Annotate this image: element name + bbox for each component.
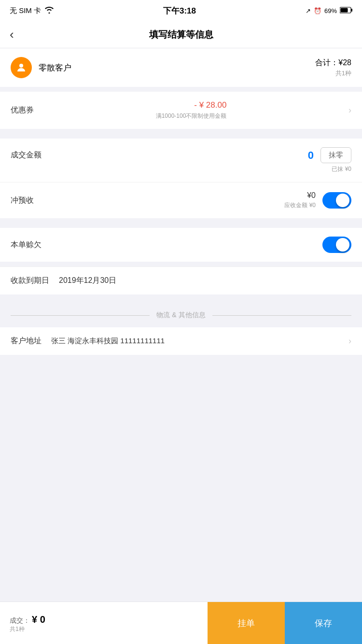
wifi-icon (45, 7, 54, 15)
prepay-right: ¥0 应收金额 ¥0 (284, 191, 351, 210)
deal-row: 成交金额 0 抹零 (11, 147, 351, 163)
divider-line-right (212, 315, 351, 316)
customer-row: 零散客户 合计：¥28 共1种 (0, 48, 362, 87)
section-divider-1 (0, 134, 362, 139)
credit-section: 本单赊欠 (0, 228, 362, 262)
credit-toggle-knob (336, 238, 349, 252)
prepay-label: 冲预收 (11, 196, 34, 206)
bottom-count: 共1种 (10, 625, 198, 633)
hang-button[interactable]: 挂单 (208, 602, 285, 644)
prepay-amount: ¥0 (284, 191, 316, 200)
section-divider-2 (0, 223, 362, 228)
due-label: 收款到期日 (11, 276, 49, 286)
divider-line-left (11, 315, 150, 316)
deal-label: 成交金额 (11, 150, 42, 160)
deal-right: 0 抹零 (308, 147, 351, 163)
svg-rect-2 (340, 8, 348, 12)
coupon-discount: - ¥ 28.00 (156, 100, 227, 110)
toggle-knob (336, 194, 349, 207)
svg-rect-1 (351, 9, 352, 12)
prepay-sub: 应收金额 ¥0 (284, 201, 316, 210)
status-right: ↗ ⏰ 69% (306, 7, 352, 15)
deal-amount: 0 (308, 149, 314, 162)
coupon-section[interactable]: 优惠券 - ¥ 28.00 满1000-100不限制使用金额 › (0, 92, 362, 129)
customer-name: 零散客户 (39, 62, 71, 73)
sim-indicator: 无 SIM 卡 (10, 6, 41, 15)
status-left: 无 SIM 卡 (10, 6, 54, 15)
customer-summary: 合计：¥28 共1种 (315, 58, 351, 78)
round-button[interactable]: 抹零 (320, 147, 351, 163)
address-value: 张三 海淀永丰科技园 11111111111 (51, 336, 348, 346)
location-icon: ↗ (306, 7, 311, 14)
status-bar: 无 SIM 卡 下午3:18 ↗ ⏰ 69% (0, 0, 362, 21)
address-section[interactable]: 客户地址 张三 海淀永丰科技园 11111111111 › (0, 327, 362, 355)
summary-total: 合计：¥28 (315, 58, 351, 68)
address-label: 客户地址 (11, 336, 42, 346)
battery-percent: 69% (324, 7, 337, 14)
page-title: 填写结算等信息 (149, 28, 213, 41)
nav-bar: ‹ 填写结算等信息 (0, 21, 362, 48)
address-chevron-icon: › (348, 336, 351, 346)
svg-point-3 (19, 64, 23, 68)
avatar (11, 57, 32, 78)
deal-sub: 已抹 ¥0 (11, 165, 351, 173)
alarm-icon: ⏰ (314, 7, 321, 14)
status-time: 下午3:18 (163, 5, 196, 16)
due-section: 收款到期日 2019年12月30日 (0, 266, 362, 294)
prepay-values: ¥0 应收金额 ¥0 (284, 191, 316, 210)
save-button[interactable]: 保存 (285, 602, 362, 644)
credit-label: 本单赊欠 (11, 240, 42, 250)
battery-icon (340, 7, 352, 15)
credit-toggle[interactable] (322, 237, 351, 253)
prepay-section: 冲预收 ¥0 应收金额 ¥0 (0, 182, 362, 218)
bottom-deal-amount: ¥ 0 (32, 614, 45, 625)
coupon-desc: 满1000-100不限制使用金额 (156, 112, 227, 120)
logistics-divider: 物流 & 其他信息 (0, 304, 362, 326)
logistics-text: 物流 & 其他信息 (156, 311, 205, 320)
main-content: 零散客户 合计：¥28 共1种 优惠券 - ¥ 28.00 满1000-100不… (0, 48, 362, 403)
due-date: 2019年12月30日 (59, 276, 116, 286)
bottom-deal-label: 成交： (10, 616, 30, 625)
deal-section: 成交金额 0 抹零 已抹 ¥0 冲预收 ¥0 应收金额 ¥0 (0, 139, 362, 218)
bottom-info: 成交： ¥ 0 共1种 (0, 602, 208, 644)
summary-count: 共1种 (315, 69, 351, 78)
coupon-chevron-icon: › (348, 105, 351, 115)
prepay-toggle[interactable] (322, 192, 351, 209)
back-button[interactable]: ‹ (10, 27, 14, 42)
customer-info: 零散客户 (11, 57, 71, 78)
coupon-label: 优惠券 (11, 105, 34, 115)
section-divider-3 (0, 299, 362, 304)
prepay-row: 冲预收 ¥0 应收金额 ¥0 (11, 191, 351, 210)
bottom-bar: 成交： ¥ 0 共1种 挂单 保存 (0, 602, 362, 644)
coupon-values: - ¥ 28.00 满1000-100不限制使用金额 (156, 100, 227, 120)
